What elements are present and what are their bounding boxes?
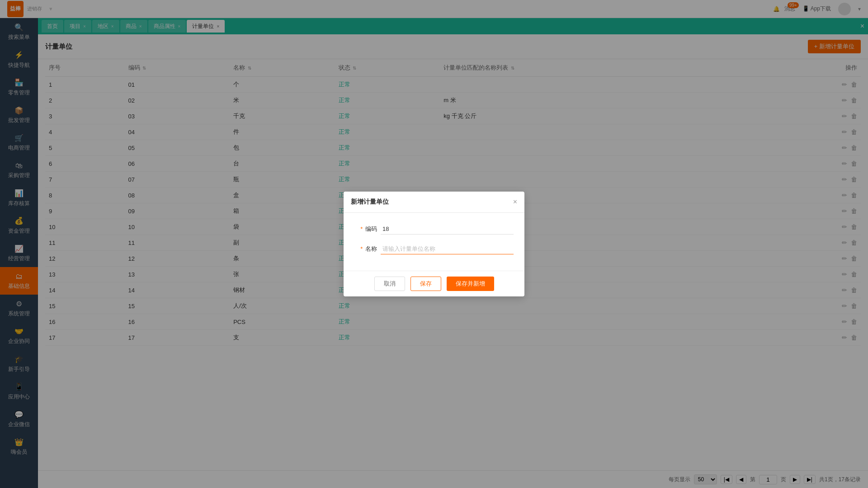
cancel-button[interactable]: 取消 — [374, 277, 405, 291]
add-unit-dialog: 新增计量单位 × * 编码 * 名称 取消 保存 保存并新增 — [344, 192, 524, 296]
code-form-row: * 编码 — [354, 224, 514, 235]
code-label: * 编码 — [354, 225, 377, 233]
dialog-close-button[interactable]: × — [513, 198, 517, 206]
name-label: * 名称 — [354, 245, 377, 253]
dialog-header: 新增计量单位 × — [344, 192, 524, 213]
name-input[interactable] — [381, 244, 514, 254]
save-and-add-button[interactable]: 保存并新增 — [447, 277, 494, 291]
dialog-title: 新增计量单位 — [351, 198, 389, 206]
dialog-footer: 取消 保存 保存并新增 — [344, 271, 524, 296]
dialog-body: * 编码 * 名称 — [344, 213, 524, 271]
name-form-row: * 名称 — [354, 244, 514, 254]
save-button[interactable]: 保存 — [410, 277, 441, 291]
code-input[interactable] — [381, 224, 514, 235]
modal-overlay: 新增计量单位 × * 编码 * 名称 取消 保存 保存并新增 — [0, 0, 868, 488]
